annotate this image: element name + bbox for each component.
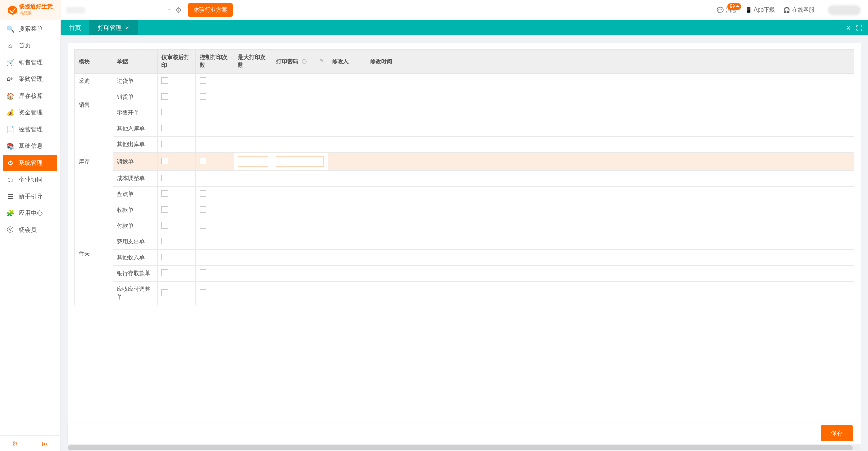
help-icon[interactable]: ⓘ bbox=[302, 59, 307, 64]
checkbox[interactable] bbox=[200, 269, 206, 276]
checkbox[interactable] bbox=[161, 238, 168, 244]
cell-max-times bbox=[234, 218, 272, 234]
cell-modify-time bbox=[366, 153, 854, 171]
checkbox[interactable] bbox=[200, 206, 206, 213]
checkbox[interactable] bbox=[200, 238, 206, 244]
messages-button[interactable]: 💬 消息 99 + bbox=[717, 6, 737, 14]
password-input[interactable] bbox=[276, 156, 324, 167]
checkbox[interactable] bbox=[161, 93, 168, 100]
checkbox[interactable] bbox=[161, 289, 168, 296]
checkbox[interactable] bbox=[200, 222, 206, 229]
sidebar-item-sales[interactable]: 🛒销售管理 bbox=[0, 54, 60, 71]
cell-doc: 银行存取款单 bbox=[113, 266, 158, 282]
cell-only-audited bbox=[158, 202, 196, 218]
checkbox[interactable] bbox=[161, 109, 168, 115]
cell-only-audited bbox=[158, 250, 196, 266]
sidebar-item-label: 系统管理 bbox=[19, 159, 43, 167]
sidebar-item-collab[interactable]: 🗂企业协同 bbox=[0, 171, 60, 188]
download-label: App下载 bbox=[754, 6, 775, 14]
checkbox[interactable] bbox=[161, 269, 168, 276]
max-times-input[interactable] bbox=[238, 156, 268, 167]
horizontal-scrollbar[interactable] bbox=[68, 445, 861, 450]
cell-only-audited bbox=[158, 218, 196, 234]
sidebar-item-search[interactable]: 🔍搜索菜单 bbox=[0, 20, 60, 37]
footer-collapse-icon[interactable]: ⏮ bbox=[42, 440, 48, 447]
cell-doc: 应收应付调整单 bbox=[113, 282, 158, 305]
tab-close-all-icon[interactable]: ✕ bbox=[846, 24, 851, 32]
scrollbar-thumb[interactable] bbox=[68, 445, 853, 450]
sidebar-item-search-icon: 🔍 bbox=[7, 25, 14, 33]
settings-icon[interactable]: ⚙ bbox=[175, 6, 182, 14]
cell-doc: 收款单 bbox=[113, 202, 158, 218]
sidebar-item-home-icon: ⌂ bbox=[7, 42, 14, 49]
download-button[interactable]: 📱 App下载 bbox=[745, 6, 775, 14]
checkbox[interactable] bbox=[200, 289, 206, 296]
sidebar-item-vip[interactable]: Ⓥ畅会员 bbox=[0, 222, 60, 238]
cell-control-times bbox=[196, 202, 234, 218]
sidebar-item-inventory[interactable]: 🏠库存核算 bbox=[0, 88, 60, 104]
sidebar-item-home[interactable]: ⌂首页 bbox=[0, 37, 60, 54]
close-icon[interactable]: ✕ bbox=[125, 25, 129, 31]
checkbox[interactable] bbox=[161, 175, 168, 181]
brand-logo[interactable]: 畅捷通好生意 精品版 bbox=[0, 0, 61, 20]
save-button[interactable]: 保存 bbox=[821, 425, 853, 441]
sidebar-item-purchase[interactable]: 🛍采购管理 bbox=[0, 71, 60, 88]
checkbox[interactable] bbox=[200, 141, 206, 147]
checkbox[interactable] bbox=[200, 93, 206, 100]
sidebar-item-collab-icon: 🗂 bbox=[7, 176, 14, 183]
checkbox[interactable] bbox=[161, 190, 168, 197]
cell-password bbox=[272, 234, 328, 250]
cell-doc: 盘点单 bbox=[113, 187, 158, 202]
checkbox[interactable] bbox=[161, 254, 168, 260]
checkbox[interactable] bbox=[200, 77, 206, 84]
checkbox[interactable] bbox=[200, 175, 206, 181]
checkbox[interactable] bbox=[161, 77, 168, 84]
service-button[interactable]: 🎧 在线客服 bbox=[783, 6, 814, 14]
checkbox[interactable] bbox=[200, 190, 206, 197]
cell-modifier bbox=[328, 187, 366, 202]
checkbox[interactable] bbox=[200, 125, 206, 131]
cell-control-times bbox=[196, 234, 234, 250]
cell-password bbox=[272, 282, 328, 305]
avatar[interactable] bbox=[828, 5, 861, 15]
cell-modifier bbox=[328, 202, 366, 218]
checkbox[interactable] bbox=[161, 158, 168, 164]
service-label: 在线客服 bbox=[792, 6, 814, 14]
fullscreen-icon[interactable]: ⛶ bbox=[856, 24, 862, 32]
sidebar-item-basic-icon: 📚 bbox=[7, 142, 14, 150]
cell-control-times bbox=[196, 187, 234, 202]
edit-icon[interactable]: ✎ bbox=[320, 58, 324, 64]
table-row: 采购进货单 bbox=[75, 74, 854, 89]
sidebar-item-purchase-icon: 🛍 bbox=[7, 75, 14, 83]
cell-max-times bbox=[234, 74, 272, 89]
checkbox[interactable] bbox=[161, 141, 168, 147]
checkbox[interactable] bbox=[161, 206, 168, 213]
org-selector[interactable]: ﹀ bbox=[66, 7, 172, 13]
sidebar-item-system[interactable]: ⚙系统管理 bbox=[3, 155, 57, 171]
th-doc: 单据 bbox=[113, 50, 158, 74]
promo-button[interactable]: 体验行业方案 bbox=[188, 3, 233, 17]
tab-home-label: 首页 bbox=[69, 24, 81, 32]
checkbox[interactable] bbox=[200, 158, 206, 164]
cell-modifier bbox=[328, 105, 366, 121]
checkbox[interactable] bbox=[161, 222, 168, 229]
sidebar-item-apps[interactable]: 🧩应用中心 bbox=[0, 205, 60, 222]
sidebar-item-guide[interactable]: ☰新手引导 bbox=[0, 188, 60, 205]
cell-password bbox=[272, 89, 328, 105]
cell-only-audited bbox=[158, 105, 196, 121]
sidebar-item-operation[interactable]: 📄经营管理 bbox=[0, 121, 60, 138]
tab-print-manage[interactable]: 打印管理 ✕ bbox=[89, 20, 138, 35]
checkbox[interactable] bbox=[161, 125, 168, 131]
footer-gear-icon[interactable]: ⚙ bbox=[12, 440, 18, 447]
sidebar-item-funds[interactable]: 💰资金管理 bbox=[0, 104, 60, 121]
checkbox[interactable] bbox=[200, 109, 206, 115]
tab-home[interactable]: 首页 bbox=[61, 20, 89, 35]
sidebar-item-basic[interactable]: 📚基础信息 bbox=[0, 138, 60, 155]
th-control-times: 控制打印次数 bbox=[196, 50, 234, 74]
checkbox[interactable] bbox=[200, 254, 206, 260]
cell-only-audited bbox=[158, 282, 196, 305]
sidebar-item-operation-icon: 📄 bbox=[7, 126, 14, 133]
cell-module: 往来 bbox=[75, 202, 113, 305]
cell-modifier bbox=[328, 282, 366, 305]
cell-control-times bbox=[196, 250, 234, 266]
